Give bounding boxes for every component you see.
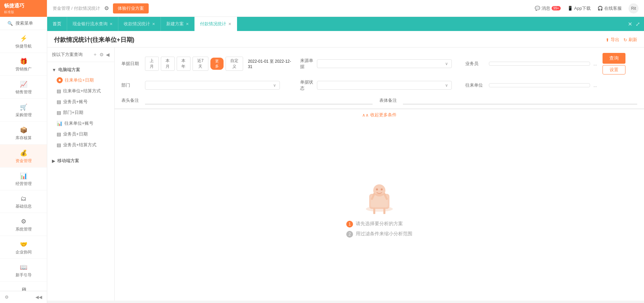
quick-nav-icon: ⚡ — [20, 35, 27, 42]
scheme-settings-icon[interactable]: ⚙ — [99, 52, 104, 57]
search-label: 搜索菜单 — [16, 20, 33, 26]
sidebar-item-capital[interactable]: 💰 资金管理 — [0, 145, 47, 168]
partner-select[interactable] — [489, 83, 590, 87]
scheme-group-desktop-title[interactable]: ▼ 电脑端方案 — [47, 65, 114, 75]
sidebar-item-marketing[interactable]: 🎁 营销推广 — [0, 53, 47, 76]
scheme-group-mobile: ▶ 移动端方案 — [47, 153, 114, 169]
basic-info-icon: 🗂 — [21, 195, 27, 202]
sidebar: 畅捷通巧 标准版 🔍 搜索菜单 ⚡ 快捷导航 🎁 营销推广 📈 销售管理 🛒 采… — [0, 0, 47, 303]
sidebar-settings-icon[interactable]: ⚙ — [5, 295, 9, 300]
sidebar-item-enterprise[interactable]: 🤝 企业协同 — [0, 236, 47, 259]
sidebar-item-label: 销售管理 — [16, 89, 32, 95]
scheme-group-mobile-title[interactable]: ▶ 移动端方案 — [47, 156, 114, 166]
filter-settings-btn[interactable]: 设置 — [603, 65, 625, 74]
app-download-label: App下载 — [574, 5, 591, 11]
logo-sub: 标准版 — [4, 10, 24, 14]
search-menu[interactable]: 🔍 搜索菜单 — [0, 17, 47, 30]
guide-icon: 📖 — [20, 264, 27, 271]
dept-select[interactable]: ∨ — [145, 81, 280, 90]
scheme-item-staff-account-label: 业务员+账号 — [63, 99, 88, 105]
tab-bank-flow[interactable]: 现金银行流水查询 ✕ — [67, 17, 118, 31]
sidebar-item-operation[interactable]: 📊 经营管理 — [0, 168, 47, 190]
refresh-btn[interactable]: ↻ 刷新 — [623, 37, 637, 43]
sidebar-item-basic-info[interactable]: 🗂 基础信息 — [0, 190, 47, 213]
export-btn[interactable]: ⬆ 导出 — [606, 37, 619, 43]
scheme-item-staff-date[interactable]: ▤ 业务员+日期 — [47, 129, 114, 140]
sidebar-item-label: 营销推广 — [16, 66, 32, 72]
tab-new-scheme-close[interactable]: ✕ — [186, 22, 189, 26]
refresh-icon: ↻ — [623, 37, 627, 42]
date-btn-more[interactable]: 更多 — [210, 58, 224, 70]
sidebar-collapse-icon[interactable]: ◀◀ — [35, 295, 42, 300]
tab-close-all[interactable]: ✕ — [628, 21, 632, 27]
scheme-item-staff-account[interactable]: ▤ 业务员+账号 — [47, 96, 114, 107]
date-btn-this-year[interactable]: 本年 — [177, 57, 191, 71]
tab-bank-flow-close[interactable]: ✕ — [110, 22, 113, 26]
tab-receive-stats-close[interactable]: ✕ — [152, 22, 155, 26]
sidebar-item-label: 资金管理 — [16, 158, 32, 164]
filter-area: 单据日期 上月 本月 本年 近7天 更多 自定义 2022-01-01 至 20… — [115, 48, 644, 109]
sidebar-item-quick-nav[interactable]: ⚡ 快捷导航 — [0, 30, 47, 53]
staff-select[interactable] — [489, 62, 590, 66]
date-btn-7days[interactable]: 近7天 — [193, 57, 208, 71]
left-panel-actions: ＋ ⚙ ◀ — [93, 52, 110, 58]
message-item[interactable]: 💬 消息 99+ — [535, 5, 561, 11]
scheme-item-dept-date[interactable]: ▤ 部门+日期 — [47, 107, 114, 118]
sidebar-item-hardware[interactable]: 🖥 智能硬件 — [0, 282, 47, 291]
sidebar-item-label: 经营管理 — [16, 181, 32, 187]
empty-illustration — [359, 180, 400, 214]
add-scheme-icon[interactable]: ＋ — [93, 52, 97, 58]
scheme-collapse-icon[interactable]: ◀ — [106, 52, 110, 57]
tab-home-label: 首页 — [53, 21, 61, 27]
partner-dots[interactable]: ... — [593, 83, 597, 88]
tab-new-scheme[interactable]: 新建方案 ✕ — [161, 17, 195, 31]
scheme-item-staff-settle[interactable]: ▤ 业务员+结算方式 — [47, 140, 114, 150]
tab-expand[interactable]: ⤢ — [636, 21, 640, 27]
topbar-settings-icon[interactable]: ⚙ — [104, 5, 109, 11]
tab-pay-stats-close[interactable]: ✕ — [228, 22, 231, 26]
export-icon: ⬆ — [606, 37, 609, 42]
customer-service-item[interactable]: 🎧 在线客服 — [597, 5, 622, 11]
empty-tips: 1 请先选择要分析的方案 2 用过滤条件来缩小分析范围 — [346, 221, 412, 241]
staff-dots[interactable]: ... — [593, 61, 597, 66]
sidebar-item-system[interactable]: ⚙ 系统管理 — [0, 213, 47, 236]
collapse-btn[interactable]: ∧∧ 收起更多条件 — [115, 109, 644, 121]
body-note-input[interactable] — [403, 96, 637, 104]
topbar: 资金管理 / 付款情况统计 ⚙ 体验行业方案 💬 消息 99+ 📱 App下载 … — [47, 0, 644, 17]
purchase-icon: 🛒 — [20, 103, 27, 111]
sidebar-item-guide[interactable]: 📖 新手引导 — [0, 259, 47, 282]
scheme-item-partner-account[interactable]: 📊 往来单位+账号 — [47, 118, 114, 129]
date-btn-this-month[interactable]: 本月 — [161, 57, 175, 71]
source-select[interactable]: ∨ — [317, 59, 452, 68]
scheme-item-partner-date[interactable]: 往来单位+日期 — [47, 75, 114, 86]
sidebar-item-label: 采购管理 — [16, 112, 32, 118]
query-btn[interactable]: 查询 — [603, 53, 625, 64]
scheme-item-partner-settle[interactable]: ▤ 往来单位+结算方式 — [47, 86, 114, 96]
app-download-item[interactable]: 📱 App下载 — [567, 5, 591, 11]
app-icon: 📱 — [567, 6, 573, 11]
tab-pay-stats[interactable]: 付款情况统计 ✕ — [195, 17, 237, 31]
tabbar-controls: ✕ ⤢ — [624, 17, 644, 31]
operation-icon: 📊 — [20, 172, 27, 180]
scheme-item-staff-settle-label: 业务员+结算方式 — [63, 142, 96, 148]
inventory-icon: 📦 — [20, 126, 27, 134]
user-avatar[interactable]: Rit — [628, 3, 639, 13]
header-note-input[interactable] — [145, 96, 373, 104]
date-btn-custom[interactable]: 自定义 — [226, 57, 243, 71]
partner-label: 往来单位 — [465, 82, 489, 88]
tab-receive-stats[interactable]: 收款情况统计 ✕ — [118, 17, 161, 31]
sidebar-item-inventory[interactable]: 📦 库存核算 — [0, 122, 47, 145]
tip-2-text: 用过滤条件来缩小分析范围 — [356, 231, 412, 237]
sales-icon: 📈 — [20, 81, 27, 88]
dept-chevron-icon: ∨ — [273, 83, 276, 88]
sidebar-item-sales[interactable]: 📈 销售管理 — [0, 76, 47, 99]
trial-btn[interactable]: 体验行业方案 — [113, 3, 149, 13]
sidebar-item-label: 新手引导 — [16, 272, 32, 278]
date-btn-last-month[interactable]: 上月 — [145, 57, 159, 71]
tip-1-text: 请先选择要分析的方案 — [356, 221, 403, 227]
tabbar: 首页 现金银行流水查询 ✕ 收款情况统计 ✕ 新建方案 ✕ 付款情况统计 ✕ ✕… — [47, 17, 644, 31]
sidebar-item-purchase[interactable]: 🛒 采购管理 — [0, 99, 47, 122]
doc-status-select[interactable]: ∨ — [317, 81, 452, 90]
tab-home[interactable]: 首页 — [47, 17, 67, 31]
message-label: 消息 — [541, 5, 550, 11]
